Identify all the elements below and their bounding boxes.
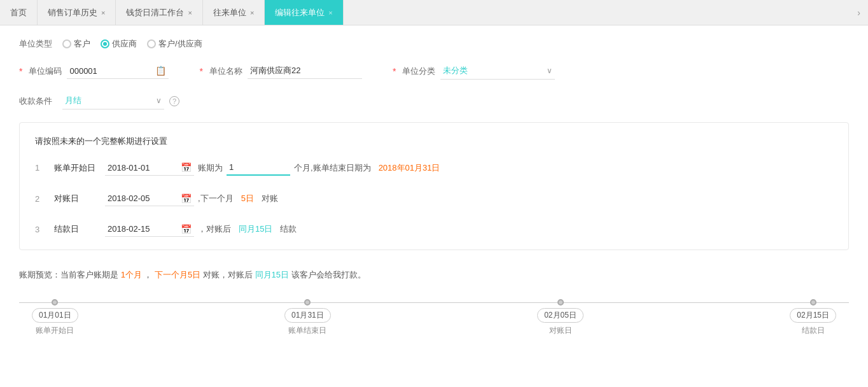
unit-category-value: 未分类	[443, 65, 547, 76]
tab-contacts[interactable]: 往来单位 ×	[203, 0, 265, 25]
radio-supplier-label: 供应商	[112, 38, 137, 50]
row-1-date-input[interactable]	[105, 160, 178, 175]
timeline-sub-label-3: 对账日	[549, 325, 572, 336]
timeline-section: 账期预览：当前客户账期是 1个月 ， 下一个月5日 对账，对账后 同月15日 该…	[19, 263, 849, 336]
row-2-calendar-icon[interactable]: 📅	[178, 194, 194, 204]
unit-category-label: 单位分类	[402, 66, 435, 77]
row-3-highlight: 同月15日	[239, 223, 272, 235]
unit-name-required: *	[199, 66, 202, 76]
radio-both-label: 客户/供应商	[158, 38, 202, 50]
timeline-dot-2	[304, 299, 311, 306]
payment-condition-arrow-icon: ∨	[156, 96, 162, 105]
unit-code-icon[interactable]: 📋	[153, 66, 169, 76]
timeline-dot-4	[810, 299, 816, 306]
row-2-text-before: ,下一个月	[198, 193, 234, 204]
unit-category-group: * 单位分类 未分类 ∨	[393, 62, 555, 80]
timeline-point-2: 01月31日 账单结束日	[284, 293, 331, 336]
settings-panel: 请按照未来的一个完整帐期进行设置 1 账单开始日 📅 账期为 个月,账单结束日期…	[19, 122, 849, 250]
tabs-bar: 首页 销售订单历史 × 钱货日清工作台 × 往来单位 × 编辑往来单位 × ›	[0, 0, 868, 25]
settings-row-1: 1 账单开始日 📅 账期为 个月,账单结束日期为 2018年01月31日	[35, 160, 833, 176]
preview-reconcile: 对账，对账后	[203, 270, 253, 279]
unit-name-label: 单位名称	[209, 66, 242, 77]
settings-row-3: 3 结款日 📅 ，对账后 同月15日 结款	[35, 222, 833, 237]
radio-customer[interactable]: 客户	[62, 38, 90, 50]
timeline-point-4: 02月15日 结款日	[790, 293, 836, 336]
row-2-num: 2	[35, 194, 54, 204]
preview-label: 账期预览：当前客户账期是	[19, 270, 118, 279]
radio-both-circle	[147, 39, 156, 48]
row-3-date-input-wrap: 📅	[105, 222, 194, 237]
preview-text: 账期预览：当前客户账期是 1个月 ， 下一个月5日 对账，对账后 同月15日 该…	[19, 269, 849, 281]
row-3-text-before: ，对账后	[198, 223, 231, 235]
payment-condition-select[interactable]: 月结 ∨	[62, 92, 164, 109]
tab-cash-work-label: 钱货日清工作台	[126, 7, 184, 18]
tab-edit-contact-close[interactable]: ×	[328, 9, 332, 17]
chevron-right-icon: ›	[857, 8, 860, 18]
radio-both[interactable]: 客户/供应商	[147, 38, 202, 50]
unit-type-row: 单位类型 客户 供应商 客户/供应商	[19, 38, 849, 50]
row-1-period-input[interactable]	[227, 160, 290, 176]
row-1-text-after: 个月,账单结束日期为	[294, 162, 371, 174]
payment-condition-help-icon[interactable]: ?	[169, 96, 179, 106]
settings-row-2: 2 对账日 📅 ,下一个月 5日 对账	[35, 191, 833, 206]
payment-condition-row: 收款条件 月结 ∨ ?	[19, 92, 849, 109]
row-3-num: 3	[35, 225, 54, 234]
payment-condition-label: 收款条件	[19, 95, 52, 107]
tab-contacts-label: 往来单位	[213, 7, 246, 18]
timeline-label-box-1: 01月01日	[32, 308, 78, 323]
unit-category-required: *	[393, 66, 396, 76]
preview-same: 同月15日	[255, 270, 289, 279]
tab-home-label: 首页	[10, 7, 27, 18]
unit-category-arrow-icon: ∨	[547, 66, 552, 75]
radio-customer-circle	[62, 39, 71, 48]
preview-end: 该客户会给我打款。	[291, 270, 366, 279]
tabs-expand-button[interactable]: ›	[850, 0, 868, 25]
tab-sales-order[interactable]: 销售订单历史 ×	[38, 0, 116, 25]
timeline-point-3: 02月05日 对账日	[537, 293, 584, 336]
row-1-num: 1	[35, 163, 54, 172]
radio-supplier[interactable]: 供应商	[101, 38, 137, 50]
timeline-connector-2	[331, 302, 537, 303]
preview-comma: ，	[144, 270, 152, 279]
unit-code-label: 单位编码	[29, 66, 62, 77]
row-2-date-input[interactable]	[105, 191, 178, 206]
main-content: 单位类型 客户 供应商 客户/供应商 * 单位编码 📋	[0, 25, 868, 387]
tab-sales-order-label: 销售订单历史	[48, 7, 97, 18]
row-3-text-after: 结款	[280, 223, 297, 235]
radio-supplier-circle	[101, 39, 109, 48]
row-2-highlight: 5日	[241, 193, 254, 204]
timeline-points: 01月01日 账单开始日 01月31日 账单结束日 02月05日 对账日	[32, 293, 836, 336]
tab-cash-work-close[interactable]: ×	[188, 9, 192, 17]
tab-sales-order-close[interactable]: ×	[101, 9, 105, 17]
timeline-connector-3	[584, 302, 790, 303]
row-3-label: 结款日	[54, 223, 105, 235]
tab-contacts-close[interactable]: ×	[250, 9, 254, 17]
row-3-calendar-icon[interactable]: 📅	[178, 224, 194, 234]
tab-edit-contact[interactable]: 编辑往来单位 ×	[265, 0, 343, 25]
row-1-calendar-icon[interactable]: 📅	[178, 162, 194, 172]
tab-cash-work[interactable]: 钱货日清工作台 ×	[116, 0, 202, 25]
tab-home[interactable]: 首页	[0, 0, 38, 25]
row-1-date-input-wrap: 📅	[105, 160, 194, 176]
unit-category-select[interactable]: 未分类 ∨	[440, 62, 555, 80]
payment-condition-value: 月结	[65, 95, 156, 106]
timeline-container: 01月01日 账单开始日 01月31日 账单结束日 02月05日 对账日	[19, 293, 849, 336]
radio-customer-label: 客户	[74, 38, 90, 50]
timeline-label-box-4: 02月15日	[790, 308, 836, 323]
row-3-date-input[interactable]	[105, 222, 178, 236]
unit-name-input[interactable]	[248, 64, 362, 79]
row-2-text-after: 对账	[262, 193, 278, 204]
unit-type-radio-group: 客户 供应商 客户/供应商	[62, 38, 202, 50]
timeline-label-box-3: 02月05日	[537, 308, 584, 323]
unit-name-group: * 单位名称	[199, 64, 361, 79]
timeline-label-box-2: 01月31日	[284, 308, 331, 323]
row-1-label: 账单开始日	[54, 162, 105, 174]
unit-code-input[interactable]	[67, 64, 153, 78]
unit-type-label: 单位类型	[19, 38, 52, 50]
timeline-connector-1	[78, 302, 284, 303]
timeline-dot-3	[557, 299, 564, 306]
preview-next: 下一个月5日	[155, 270, 200, 279]
tab-edit-contact-label: 编辑往来单位	[275, 7, 325, 18]
panel-title: 请按照未来的一个完整帐期进行设置	[35, 136, 833, 147]
timeline-dot-1	[52, 299, 58, 306]
